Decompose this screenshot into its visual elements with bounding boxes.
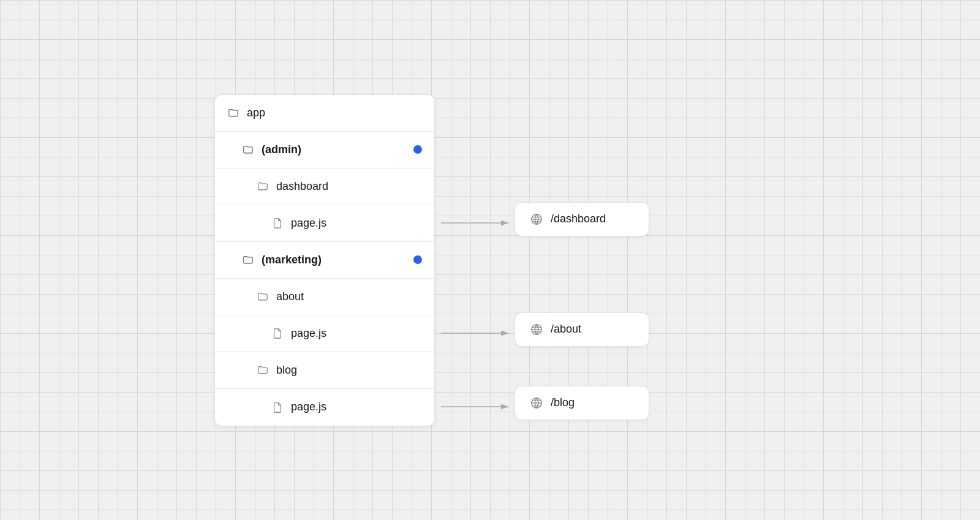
- tree-row-blog-page: page.js: [215, 389, 434, 426]
- tree-row-app: app: [215, 95, 434, 132]
- globe-icon-dashboard: [530, 213, 543, 226]
- route-box-blog: /blog: [514, 386, 649, 420]
- globe-icon-about: [530, 323, 543, 336]
- tree-row-about-folder: about: [215, 279, 434, 315]
- tree-row-dashboard-page: page.js: [215, 205, 434, 242]
- file-tree: app (admin) dashboard: [214, 94, 435, 426]
- route-text-blog: /blog: [551, 396, 575, 409]
- label-marketing: (marketing): [262, 254, 413, 266]
- globe-icon-blog: [530, 396, 543, 410]
- diagram: app (admin) dashboard: [214, 94, 766, 426]
- label-blog-folder: blog: [276, 364, 422, 377]
- folder-icon-admin: [242, 143, 254, 156]
- label-dashboard-folder: dashboard: [276, 180, 422, 193]
- folder-icon-app: [227, 107, 239, 119]
- tree-row-dashboard-folder: dashboard: [215, 168, 434, 205]
- file-icon-dashboard: [271, 217, 284, 229]
- blue-dot-admin: [413, 145, 422, 154]
- label-blog-page: page.js: [291, 401, 422, 413]
- route-box-about: /about: [514, 312, 649, 347]
- route-box-dashboard: /dashboard: [514, 202, 649, 236]
- tree-row-marketing: (marketing): [215, 242, 434, 279]
- route-boxes-container: /dashboard /about: [435, 94, 766, 426]
- label-dashboard-page: page.js: [291, 217, 422, 230]
- folder-icon-about: [257, 290, 269, 303]
- tree-row-about-page: page.js: [215, 315, 434, 352]
- folder-icon-dashboard: [257, 180, 269, 192]
- blue-dot-marketing: [413, 255, 422, 264]
- label-admin: (admin): [262, 143, 413, 156]
- file-icon-about: [271, 327, 284, 339]
- folder-icon-marketing: [242, 254, 254, 266]
- route-text-about: /about: [551, 323, 581, 336]
- label-about-folder: about: [276, 290, 422, 303]
- label-about-page: page.js: [291, 327, 422, 340]
- tree-row-admin: (admin): [215, 132, 434, 168]
- route-text-dashboard: /dashboard: [551, 213, 606, 225]
- tree-row-blog-folder: blog: [215, 352, 434, 389]
- file-icon-blog: [271, 401, 284, 413]
- folder-icon-blog: [257, 364, 269, 376]
- label-app: app: [247, 107, 422, 119]
